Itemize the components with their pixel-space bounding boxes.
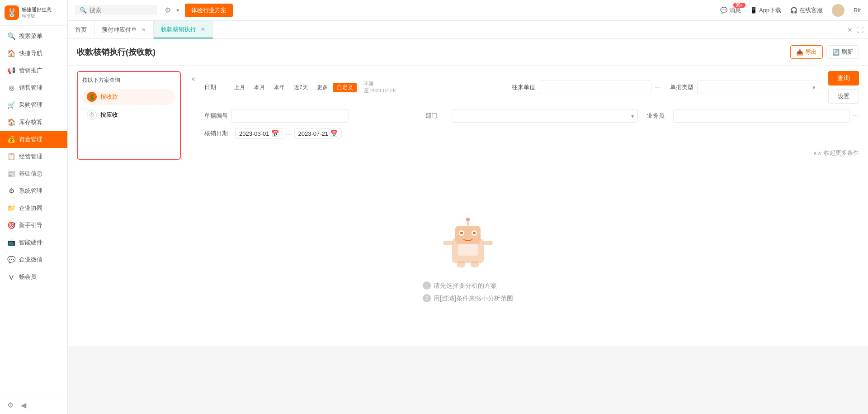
sidebar-item-inventory[interactable]: 🏠 库存核算 [0,114,67,131]
nav-label-finance: 资金管理 [19,135,42,143]
filter-date-item: 日期 上月 本月 本年 近7天 更多 自定义 不限 至 [204,81,503,94]
setting-button[interactable]: 设置 [828,89,859,104]
tab-receipt-close-icon[interactable]: ✕ [201,26,205,33]
billnumber-input[interactable] [231,109,349,123]
page-title-actions: 📤 导出 🔄 刷新 [790,45,859,59]
topbar-gear-icon[interactable]: ⚙ [165,6,171,14]
topbar-search-box[interactable]: 🔍 [75,5,157,15]
nav-label-search: 搜索菜单 [19,32,42,40]
filter-verifydate-item: 核销日期 2023-03-01 📅 — 2023-07-21 📅 [204,128,859,139]
staff-input[interactable] [673,109,849,123]
top-section: 收款核销执行(按收款) 📤 导出 🔄 刷新 按以下方案查询 [68,39,868,165]
query-button[interactable]: 查询 [828,71,859,86]
filter-row-3: 核销日期 2023-03-01 📅 — 2023-07-21 📅 [204,128,859,139]
empty-tip-2: 2 用[过滤]条件来缩小分析范围 [423,292,513,305]
svg-point-7 [466,218,470,221]
date-7days-btn[interactable]: 近7天 [290,83,311,92]
refresh-label: 刷新 [841,48,853,56]
svg-rect-11 [471,261,479,267]
svg-rect-12 [458,244,478,256]
app-download-item[interactable]: 📱 App下载 [750,6,781,14]
filter-option-by-receipt[interactable]: 💲 按收款 [82,89,175,105]
date-this-year-btn[interactable]: 本年 [270,83,288,92]
tabbar: 首页 预付冲应付单 ✕ 收款核销执行 ✕ ✕ ⛶ [68,21,868,39]
export-button[interactable]: 📤 导出 [790,45,823,59]
counterpart-label: 往来单位 [512,83,535,91]
filter-department-item: 部门 [425,109,637,123]
messages-item[interactable]: 💬 消息 99+ [720,6,741,14]
nav-label-quick-nav: 快捷导航 [19,49,42,57]
tab-maximize-icon[interactable]: ⛶ [857,26,863,33]
verifydate-end-field[interactable]: 2023-07-21 📅 [294,128,342,139]
department-select[interactable] [452,109,637,123]
logo-brand: 畅捷通好生意 [22,6,52,13]
filter-form: 日期 上月 本月 本年 近7天 更多 自定义 不限 至 [204,71,859,160]
topbar-chevron-icon[interactable]: ▾ [176,7,179,14]
date-custom-btn[interactable]: 自定义 [333,83,357,92]
verifydate-start-field[interactable]: 2023-03-01 📅 [235,128,283,139]
counterpart-more-icon[interactable]: ··· [655,83,661,91]
sidebar-item-quick-nav[interactable]: 🏠 快捷导航 [0,45,67,62]
nav-label-sales: 销售管理 [19,84,42,92]
topbar-search-icon: 🔍 [80,7,87,14]
sidebar-item-hardware[interactable]: 📺 智能硬件 [0,234,67,251]
svg-rect-10 [457,261,465,267]
date-more-btn[interactable]: 更多 [313,83,331,92]
filter-left-panel: 按以下方案查询 💲 按收款 ⏱ 按应收 [77,71,181,160]
page-header-row: 收款核销执行(按收款) 📤 导出 🔄 刷新 [68,39,868,66]
sidebar-item-sales[interactable]: ◎ 销售管理 [0,79,67,96]
sidebar-item-basic-info[interactable]: 📰 基础信息 [0,165,67,182]
logo-icon: 🐰 [5,5,19,20]
svg-point-4 [460,232,463,234]
filter-option-by-receivable[interactable]: ⏱ 按应收 [82,107,175,123]
collapse-sidebar-icon[interactable]: ◀ [21,401,26,409]
topbar-search-input[interactable] [90,7,153,14]
sidebar-bottom: ⚙ ◀ [0,396,67,414]
nav-label-inventory: 库存核算 [19,118,42,126]
sidebar-item-member[interactable]: V 畅会员 [0,268,67,286]
department-label: 部门 [425,112,448,120]
date-last-month-btn[interactable]: 上月 [231,83,249,92]
counterpart-input[interactable] [539,81,651,94]
billtype-select-wrap [697,81,819,94]
date-this-month-btn[interactable]: 本月 [250,83,269,92]
sidebar-item-operation[interactable]: 📋 经营管理 [0,148,67,165]
filter-collapse-button[interactable]: « [188,71,199,160]
customer-service-item[interactable]: 🎧 在线客服 [790,6,823,14]
billnumber-label: 单据编号 [204,112,228,120]
sidebar-item-guide[interactable]: 🎯 新手引导 [0,217,67,234]
service-icon: 🎧 [790,7,797,14]
nav-label-system: 系统管理 [19,187,42,195]
tab-receipt-label: 收款核销执行 [161,25,196,33]
verifydate-start-value: 2023-03-01 [239,130,269,137]
date-separator: — [286,130,292,137]
settings-icon[interactable]: ⚙ [7,401,14,409]
tip-num-2: 2 [423,294,431,302]
tab-prepay-offset[interactable]: 预付冲应付单 ✕ [94,21,154,38]
inventory-icon: 🏠 [7,118,15,126]
tab-prepay-close-icon[interactable]: ✕ [142,27,146,33]
sidebar-item-enterprise[interactable]: 📁 企业协同 [0,200,67,217]
sidebar-item-wechat[interactable]: 💬 企业微信 [0,251,67,268]
sidebar-item-system[interactable]: ⚙ 系统管理 [0,182,67,200]
tab-close-all-icon[interactable]: ✕ [847,26,853,33]
svg-rect-8 [443,241,453,245]
topbar: 🔍 ⚙ ▾ 体验行业方案 💬 消息 99+ 📱 App下载 🎧 在线客服 Rit [68,0,868,21]
page-content: 收款核销执行(按收款) 📤 导出 🔄 刷新 按以下方案查询 [68,39,868,414]
sidebar-item-purchase[interactable]: 🛒 采购管理 [0,96,67,114]
topbar-right: 💬 消息 99+ 📱 App下载 🎧 在线客服 Rit [720,4,861,17]
verifydate-label: 核销日期 [204,129,231,138]
sidebar-item-marketing[interactable]: 📢 营销推广 [0,62,67,79]
username-label: Rit [854,7,861,14]
solution-button[interactable]: 体验行业方案 [185,4,233,17]
staff-more-icon[interactable]: ··· [853,112,859,120]
tab-home[interactable]: 首页 [68,21,94,38]
sidebar-item-search[interactable]: 🔍 搜索菜单 [0,28,67,45]
tab-receipt-offset[interactable]: 收款核销执行 ✕ [154,21,213,38]
refresh-button[interactable]: 🔄 刷新 [826,45,859,59]
collapse-more-button[interactable]: ∧∧ 收起更多条件 [204,146,859,160]
sidebar-item-finance[interactable]: 💰 资金管理 [0,131,67,148]
calendar-end-icon: 📅 [330,130,338,137]
billtype-select[interactable] [697,81,819,94]
basic-info-icon: 📰 [7,170,15,178]
